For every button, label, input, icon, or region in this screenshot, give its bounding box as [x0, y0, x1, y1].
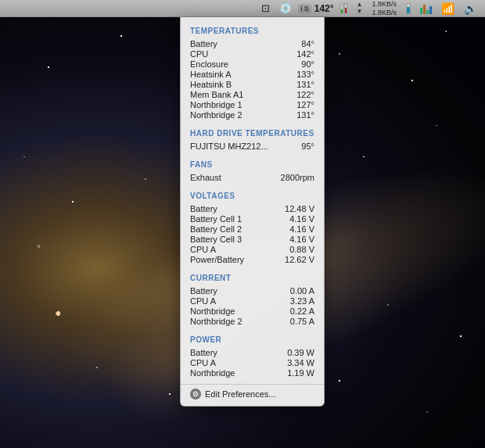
- row-value: 142°: [271, 49, 314, 59]
- section-voltages: VOLTAGESBattery12.48 VBattery Cell 14.16…: [181, 188, 324, 266]
- data-row: Battery12.48 V: [190, 203, 314, 213]
- row-value: 84°: [271, 39, 314, 48]
- menubar-memory-graph: [403, 3, 414, 14]
- row-label: Northbridge 2: [190, 110, 242, 120]
- stats-dropdown: TEMPERATURESBattery84°CPU142°Enclosure90…: [180, 17, 325, 407]
- menubar-window-icon: ⊡: [258, 2, 273, 14]
- row-value: 95°: [271, 142, 314, 151]
- row-value: 131°: [271, 80, 314, 89]
- data-row: CPU A3.23 A: [190, 296, 314, 306]
- row-value: 122°: [271, 90, 314, 99]
- data-row: Battery Cell 34.16 V: [190, 234, 314, 244]
- row-value: 0.22 A: [271, 306, 314, 316]
- row-value: 133°: [271, 70, 314, 79]
- data-row: Heatsink A133°: [190, 69, 314, 79]
- data-row: CPU A3.34 W: [190, 357, 314, 367]
- row-value: 0.88 V: [271, 245, 314, 254]
- menubar-istat-icon[interactable]: i S: [298, 4, 311, 13]
- row-label: CPU A: [190, 245, 216, 254]
- edit-preferences-button[interactable]: ⚙Edit Preferences...: [181, 384, 324, 403]
- section-fans: FANSExhaust2800rpm: [181, 157, 324, 184]
- row-value: 4.16 V: [271, 235, 314, 244]
- row-label: Heatsink A: [190, 70, 232, 79]
- row-value: 1.19 W: [271, 368, 314, 378]
- data-row: Battery0.39 W: [190, 347, 314, 357]
- row-label: Enclosure: [190, 59, 228, 69]
- data-row: Northbridge 20.75 A: [190, 316, 314, 326]
- section-temperatures: TEMPERATURESBattery84°CPU142°Enclosure90…: [181, 23, 324, 121]
- data-row: Northbridge 2131°: [190, 109, 314, 120]
- data-row: Enclosure90°: [190, 59, 314, 69]
- data-row: Battery0.00 A: [190, 285, 314, 296]
- data-row: Power/Battery12.62 V: [190, 254, 314, 264]
- row-label: Battery: [190, 286, 217, 296]
- data-row: Northbridge 1127°: [190, 99, 314, 109]
- row-value: 4.16 V: [271, 224, 314, 234]
- data-row: Exhaust2800rpm: [190, 172, 314, 182]
- row-value: 4.16 V: [271, 214, 314, 224]
- section-title-hard-drive-temps: HARD DRIVE TEMPERATURES: [190, 129, 314, 138]
- menubar-network-arrows: ▲ ▼: [354, 2, 366, 16]
- data-row: FUJITSU MHZ212...95°: [190, 141, 314, 151]
- menubar-volume-icon[interactable]: 🔊: [461, 2, 480, 15]
- row-label: Northbridge: [190, 368, 235, 378]
- row-label: CPU A: [190, 358, 216, 367]
- menubar-wifi-icon[interactable]: 📶: [438, 2, 458, 15]
- row-label: Northbridge: [190, 306, 235, 316]
- menubar-network-speeds: 1.8KB/s 1.8KB/s: [368, 0, 400, 16]
- data-row: Battery Cell 24.16 V: [190, 224, 314, 234]
- menubar: ⊡ 💿 i S 142° ▲ ▼ 1.8KB/s 1.8KB/s: [0, 0, 485, 17]
- temp-value: 142°: [314, 3, 334, 14]
- row-label: Battery Cell 3: [190, 235, 242, 244]
- section-title-power: POWER: [190, 335, 314, 345]
- menubar-cpu-graph: [337, 3, 350, 14]
- network-up: 1.8KB/s: [372, 0, 397, 9]
- data-row: Battery Cell 14.16 V: [190, 213, 314, 224]
- row-value: 131°: [271, 110, 314, 120]
- row-label: Battery Cell 2: [190, 224, 242, 234]
- row-value: 12.62 V: [271, 255, 314, 264]
- menubar-disk-icon: 💿: [276, 2, 295, 14]
- data-row: CPU142°: [190, 48, 314, 59]
- section-title-fans: FANS: [190, 160, 314, 170]
- row-value: 3.23 A: [271, 296, 314, 306]
- row-value: 0.00 A: [271, 286, 314, 296]
- row-label: Northbridge 2: [190, 317, 242, 326]
- row-value: 12.48 V: [271, 204, 314, 213]
- row-label: Exhaust: [190, 173, 221, 182]
- section-hard-drive-temps: HARD DRIVE TEMPERATURESFUJITSU MHZ212...…: [181, 126, 324, 152]
- row-label: CPU: [190, 49, 208, 59]
- row-label: Power/Battery: [190, 255, 244, 264]
- data-row: Battery84°: [190, 38, 314, 48]
- menubar-extra-graphs: [417, 3, 435, 14]
- section-title-temperatures: TEMPERATURES: [190, 27, 314, 36]
- preferences-gear-icon: ⚙: [190, 389, 201, 400]
- row-label: Battery: [190, 39, 217, 48]
- row-value: 127°: [271, 100, 314, 109]
- section-title-voltages: VOLTAGES: [190, 192, 314, 201]
- section-power: POWERBattery0.39 WCPU A3.34 WNorthbridge…: [181, 332, 324, 379]
- row-label: Battery: [190, 348, 217, 357]
- row-label: Heatsink B: [190, 80, 232, 89]
- section-title-current: CURRENT: [190, 274, 314, 283]
- row-label: Battery: [190, 204, 217, 213]
- edit-preferences-label: Edit Preferences...: [205, 389, 276, 399]
- data-row: Mem Bank A1122°: [190, 89, 314, 99]
- network-down: 1.8KB/s: [372, 9, 397, 17]
- row-label: Mem Bank A1: [190, 90, 243, 99]
- row-label: Northbridge 1: [190, 100, 242, 109]
- data-row: Northbridge0.22 A: [190, 306, 314, 316]
- row-label: CPU A: [190, 296, 216, 306]
- data-row: Heatsink B131°: [190, 79, 314, 89]
- row-value: 0.75 A: [271, 317, 314, 326]
- row-value: 3.34 W: [271, 358, 314, 367]
- row-value: 2800rpm: [271, 173, 314, 182]
- data-row: Northbridge1.19 W: [190, 367, 314, 378]
- data-row: CPU A0.88 V: [190, 244, 314, 254]
- row-value: 90°: [271, 59, 314, 69]
- row-label: Battery Cell 1: [190, 214, 242, 224]
- row-label: FUJITSU MHZ212...: [190, 142, 268, 151]
- menubar-temp-display[interactable]: 142°: [314, 3, 334, 14]
- row-value: 0.39 W: [271, 348, 314, 357]
- section-current: CURRENTBattery0.00 ACPU A3.23 ANorthbrid…: [181, 271, 324, 328]
